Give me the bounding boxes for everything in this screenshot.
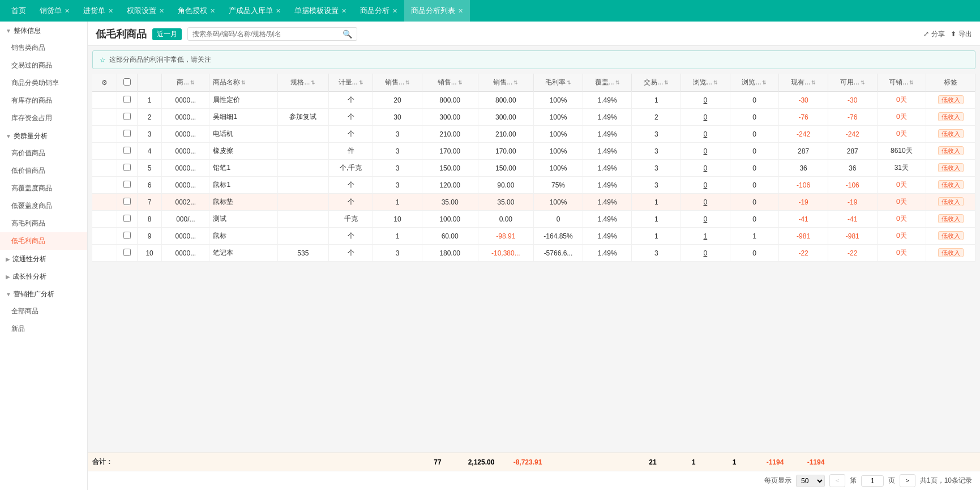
tag-col-header[interactable]: 标签 bbox=[926, 74, 975, 92]
per-page-select[interactable]: 50 100 bbox=[796, 475, 825, 487]
nav-purchase[interactable]: 进货单✕ bbox=[76, 0, 120, 22]
share-button[interactable]: ⤢ 分享 bbox=[923, 29, 945, 39]
sale2-col-header[interactable]: 销售...⇅ bbox=[422, 74, 478, 92]
search-icon[interactable]: 🔍 bbox=[343, 29, 352, 39]
sidebar-group-marketing[interactable]: ▼ 营销推广分析 bbox=[0, 285, 87, 302]
row-check[interactable] bbox=[117, 92, 137, 109]
row-check[interactable] bbox=[117, 177, 137, 194]
sidebar-item-stock-goods[interactable]: 有库存的商品 bbox=[0, 92, 87, 109]
sidebar-item-sales-goods[interactable]: 销售类商品 bbox=[0, 39, 87, 57]
current-col-header[interactable]: 现有...⇅ bbox=[779, 74, 828, 92]
row-unit: 个 bbox=[329, 228, 373, 245]
row-checkbox[interactable] bbox=[123, 113, 131, 120]
nav-role-auth[interactable]: 角色授权✕ bbox=[171, 0, 222, 22]
sidebar-item-high-margin[interactable]: 高毛利商品 bbox=[0, 215, 87, 232]
row-view1[interactable]: 1 bbox=[681, 228, 730, 245]
row-view1[interactable]: 0 bbox=[681, 126, 730, 143]
view2-col-header[interactable]: 浏览...⇅ bbox=[730, 74, 779, 92]
sidebar-group-cluster[interactable]: ▼ 类群量分析 bbox=[0, 127, 87, 144]
nav-analysis-list[interactable]: 商品分析列表✕ bbox=[404, 0, 470, 22]
avail-col-header[interactable]: 可用...⇅ bbox=[828, 74, 877, 92]
filter-tag-button[interactable]: 近一月 bbox=[152, 28, 182, 40]
row-checkbox[interactable] bbox=[123, 249, 131, 256]
row-checkbox[interactable] bbox=[123, 96, 131, 103]
sidebar-item-stock-fund[interactable]: 库存资金占用 bbox=[0, 109, 87, 127]
trade-col-header[interactable]: 交易...⇅ bbox=[632, 74, 681, 92]
sale4-col-header[interactable]: 可销...⇅ bbox=[877, 74, 926, 92]
sidebar-item-low-margin[interactable]: 低毛利商品 bbox=[0, 232, 87, 250]
row-check[interactable] bbox=[117, 228, 137, 245]
content-header: 低毛利商品 近一月 🔍 ⤢ 分享 ⬆ 导出 bbox=[88, 22, 980, 46]
prev-page-button[interactable]: ＜ bbox=[829, 474, 845, 487]
row-check[interactable] bbox=[117, 245, 137, 262]
sidebar-item-low-coverage[interactable]: 低覆盖度商品 bbox=[0, 197, 87, 215]
sidebar-group-overall[interactable]: ▼ 整体信息 bbox=[0, 22, 87, 39]
close-role-icon[interactable]: ✕ bbox=[210, 7, 215, 15]
close-permissions-icon[interactable]: ✕ bbox=[159, 7, 164, 15]
export-button[interactable]: ⬆ 导出 bbox=[951, 29, 972, 39]
row-view1[interactable]: 0 bbox=[681, 160, 730, 177]
sale3-col-header[interactable]: 销售...⇅ bbox=[478, 74, 534, 92]
unit-col-header[interactable]: 计量...⇅ bbox=[329, 74, 373, 92]
row-check[interactable] bbox=[117, 194, 137, 211]
sidebar-group-liquidity[interactable]: ▶ 流通性分析 bbox=[0, 250, 87, 267]
next-page-button[interactable]: ＞ bbox=[900, 474, 915, 487]
sidebar-item-high-value[interactable]: 高价值商品 bbox=[0, 144, 87, 162]
row-view1[interactable]: 0 bbox=[681, 92, 730, 109]
row-checkbox[interactable] bbox=[123, 164, 131, 171]
check-col-header[interactable] bbox=[117, 74, 137, 92]
nav-home[interactable]: 首页 bbox=[5, 0, 33, 22]
row-view1[interactable]: 0 bbox=[681, 143, 730, 160]
sidebar-item-all-goods[interactable]: 全部商品 bbox=[0, 302, 87, 320]
margin-col-header[interactable]: 毛利率⇅ bbox=[534, 74, 583, 92]
row-spec bbox=[277, 160, 328, 177]
close-product-icon[interactable]: ✕ bbox=[276, 7, 281, 15]
row-checkbox[interactable] bbox=[123, 232, 131, 239]
row-view1[interactable]: 0 bbox=[681, 211, 730, 228]
sidebar-item-low-value[interactable]: 低价值商品 bbox=[0, 162, 87, 180]
sidebar-item-traded-goods[interactable]: 交易过的商品 bbox=[0, 57, 87, 74]
page-input[interactable] bbox=[861, 475, 884, 487]
sort-unit-icon: ⇅ bbox=[359, 80, 363, 86]
cover-col-header[interactable]: 覆盖...⇅ bbox=[583, 74, 632, 92]
close-purchase-icon[interactable]: ✕ bbox=[108, 7, 113, 15]
row-checkbox[interactable] bbox=[123, 215, 131, 222]
code-col-header[interactable]: 商...⇅ bbox=[162, 74, 209, 92]
settings-col-header[interactable]: ⚙ bbox=[92, 74, 117, 92]
sidebar-item-high-coverage[interactable]: 高覆盖度商品 bbox=[0, 180, 87, 197]
nav-template[interactable]: 单据模板设置✕ bbox=[288, 0, 353, 22]
select-all-checkbox[interactable] bbox=[123, 78, 131, 86]
row-view1[interactable]: 0 bbox=[681, 109, 730, 126]
close-sales-icon[interactable]: ✕ bbox=[65, 7, 70, 15]
row-settings bbox=[92, 109, 117, 126]
row-check[interactable] bbox=[117, 160, 137, 177]
sidebar-group-growth[interactable]: ▶ 成长性分析 bbox=[0, 267, 87, 285]
nav-product-analysis[interactable]: 商品分析✕ bbox=[353, 0, 404, 22]
nav-product-in[interactable]: 产成品入库单✕ bbox=[222, 0, 288, 22]
row-check[interactable] bbox=[117, 143, 137, 160]
view1-col-header[interactable]: 浏览...⇅ bbox=[681, 74, 730, 92]
search-input[interactable] bbox=[192, 30, 343, 38]
row-view1[interactable]: 0 bbox=[681, 245, 730, 262]
nav-sales[interactable]: 销货单✕ bbox=[33, 0, 76, 22]
row-check[interactable] bbox=[117, 211, 137, 228]
row-checkbox[interactable] bbox=[123, 130, 131, 137]
spec-col-header[interactable]: 规格...⇅ bbox=[277, 74, 328, 92]
row-checkbox[interactable] bbox=[123, 147, 131, 154]
sidebar: ▼ 整体信息 销售类商品 交易过的商品 商品分类助销率 有库存的商品 库存资金占… bbox=[0, 22, 88, 490]
row-saledays: 0天 bbox=[877, 194, 926, 211]
sidebar-item-category-rate[interactable]: 商品分类助销率 bbox=[0, 74, 87, 92]
nav-permissions[interactable]: 权限设置✕ bbox=[120, 0, 171, 22]
row-view1[interactable]: 0 bbox=[681, 177, 730, 194]
row-checkbox[interactable] bbox=[123, 198, 131, 205]
sidebar-item-new-goods[interactable]: 新品 bbox=[0, 320, 87, 338]
row-check[interactable] bbox=[117, 109, 137, 126]
close-analysis-icon[interactable]: ✕ bbox=[392, 7, 397, 15]
row-check[interactable] bbox=[117, 126, 137, 143]
row-checkbox[interactable] bbox=[123, 181, 131, 188]
close-template-icon[interactable]: ✕ bbox=[341, 7, 346, 15]
name-col-header[interactable]: 商品名称⇅ bbox=[209, 74, 277, 92]
sale1-col-header[interactable]: 销售...⇅ bbox=[373, 74, 422, 92]
close-list-icon[interactable]: ✕ bbox=[458, 7, 463, 15]
row-view1[interactable]: 0 bbox=[681, 194, 730, 211]
